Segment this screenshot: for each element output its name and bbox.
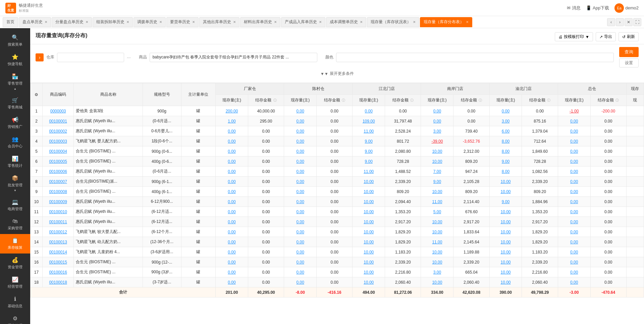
- cell-c5-qty[interactable]: 9.00: [489, 156, 522, 167]
- tab-close-active[interactable]: ✕: [466, 20, 469, 24]
- info-c5-icon[interactable]: ⓘ: [547, 98, 550, 102]
- cell-c5-qty[interactable]: 10.00: [489, 247, 522, 257]
- tab-9[interactable]: 成本调整单历史✕: [326, 17, 366, 27]
- cell-c4-qty[interactable]: 3.00: [421, 267, 453, 277]
- tab-close-10[interactable]: ✕: [413, 20, 416, 24]
- cell-c4-qty[interactable]: 0.00: [421, 116, 453, 126]
- sidebar-item-members[interactable]: 👥 会员中心: [0, 133, 30, 152]
- info-c3-icon[interactable]: ⓘ: [410, 98, 414, 102]
- query-btn[interactable]: 查询: [619, 47, 639, 57]
- cell-c5-qty[interactable]: 8.00: [489, 146, 522, 156]
- cell-c3-qty[interactable]: 10.00: [353, 187, 385, 197]
- tab-2[interactable]: 分量盘点单历史✕: [52, 17, 92, 27]
- cell-c4-qty[interactable]: -39.00: [421, 136, 453, 146]
- export-btn[interactable]: ↗ 导出: [596, 32, 616, 41]
- cell-c1-qty[interactable]: 0.00: [216, 217, 248, 227]
- tab-5[interactable]: 要货单历史✕: [166, 17, 199, 27]
- cell-tot-qty[interactable]: 0.00: [558, 197, 590, 207]
- tab-close-2[interactable]: ✕: [86, 20, 88, 24]
- cell-code[interactable]: 00100014: [43, 247, 74, 257]
- cell-c1-qty[interactable]: 0.00: [216, 207, 248, 217]
- cell-c1-qty[interactable]: 0.00: [216, 167, 248, 177]
- cell-c2-qty[interactable]: 0.00: [284, 116, 317, 126]
- sidebar-item-operations[interactable]: 📈 经营管理: [0, 273, 30, 292]
- cell-code[interactable]: 00100003: [43, 136, 74, 146]
- tab-7[interactable]: 材料出库单历史✕: [240, 17, 280, 27]
- tab-close-3[interactable]: ✕: [126, 20, 129, 24]
- cell-c5-qty[interactable]: 0.00: [489, 106, 522, 116]
- cell-c5-qty[interactable]: 10.00: [489, 227, 522, 237]
- sidebar-item-purchase[interactable]: 🛍 采购管理: [0, 215, 30, 234]
- cell-code[interactable]: 00100016: [43, 267, 74, 277]
- cell-c4-qty[interactable]: 10.00: [421, 187, 453, 197]
- sidebar-item-retail-stats[interactable]: 📊 零售统计: [0, 152, 30, 172]
- cell-c5-qty[interactable]: 10.00: [489, 177, 522, 187]
- cell-tot-qty[interactable]: 0.00: [558, 207, 590, 217]
- info-c4-icon[interactable]: ⓘ: [479, 98, 482, 102]
- warehouse-input[interactable]: [57, 53, 124, 62]
- cell-tot-qty[interactable]: 0.00: [558, 227, 590, 237]
- cell-c1-qty[interactable]: 0.00: [216, 197, 248, 207]
- cell-code[interactable]: 00100001: [43, 116, 74, 126]
- th-settings[interactable]: ⚙: [31, 83, 43, 106]
- tab-active[interactable]: 现存量（库存分布表）✕: [420, 17, 472, 27]
- cell-c1-qty[interactable]: 0.00: [216, 277, 248, 287]
- sidebar-item-system[interactable]: ⚙ 系统管理: [0, 312, 30, 324]
- cell-c5-qty[interactable]: 10.00: [489, 187, 522, 197]
- cell-c3-qty[interactable]: 10.00: [353, 207, 385, 217]
- cell-c3-qty[interactable]: 10.00: [353, 257, 385, 267]
- cell-c2-qty[interactable]: 0.00: [284, 106, 317, 116]
- cell-c4-qty[interactable]: 10.00: [421, 277, 453, 287]
- print-btn[interactable]: 🖨 按模板打印 ▼: [555, 32, 593, 41]
- cell-c2-qty[interactable]: 0.00: [284, 126, 317, 136]
- cell-c2-qty[interactable]: 0.00: [284, 197, 317, 207]
- cell-c3-qty[interactable]: 10.00: [353, 247, 385, 257]
- table-container[interactable]: ⚙ 商品编码 商品名称 规格型号 主计量单位 厂家仓 陈村仓 江北门店 南岸门店…: [30, 83, 644, 324]
- cell-code[interactable]: 00100009: [43, 197, 74, 207]
- cell-c3-qty[interactable]: 9.00: [353, 136, 385, 146]
- color-input[interactable]: [336, 53, 614, 62]
- cell-c3-qty[interactable]: 9.00: [353, 156, 385, 167]
- cell-c5-qty[interactable]: 3.00: [489, 116, 522, 126]
- warehouse-dots[interactable]: ···: [127, 55, 131, 60]
- sidebar-item-search[interactable]: 🔍 搜索英单: [0, 31, 30, 50]
- cell-c5-qty[interactable]: 8.00: [489, 167, 522, 177]
- tab-fullscreen-btn[interactable]: ⛶: [633, 18, 641, 26]
- cell-c3-qty[interactable]: 11.00: [353, 126, 385, 136]
- cell-code[interactable]: 00100004: [43, 146, 74, 156]
- cell-code[interactable]: 00100013: [43, 237, 74, 247]
- sidebar-item-retail-mall[interactable]: 🛒 零售商城: [0, 94, 30, 113]
- expand-conditions-btn[interactable]: ▼▼ 展开更多条件: [320, 70, 354, 78]
- cell-code[interactable]: 00100010: [43, 207, 74, 217]
- cell-c1-qty[interactable]: 0.00: [216, 267, 248, 277]
- cell-c2-qty[interactable]: 0.00: [284, 257, 317, 267]
- sidebar-item-marketing[interactable]: 📢 营销推广: [0, 113, 30, 133]
- info-c1-icon[interactable]: ⓘ: [273, 98, 277, 102]
- cell-tot-qty[interactable]: 0.00: [558, 156, 590, 167]
- sidebar-item-ecommerce[interactable]: 💻 电商管理: [0, 195, 30, 215]
- cell-c3-qty[interactable]: 10.00: [353, 277, 385, 287]
- tab-close-5[interactable]: ✕: [192, 20, 195, 24]
- cell-c2-qty[interactable]: 0.00: [284, 136, 317, 146]
- tab-close-all-btn[interactable]: ✕: [625, 18, 633, 26]
- cell-c4-qty[interactable]: 0.00: [421, 106, 453, 116]
- cell-c4-qty[interactable]: 10.00: [421, 156, 453, 167]
- cell-c1-qty[interactable]: 0.00: [216, 227, 248, 237]
- cell-tot-qty[interactable]: 0.00: [558, 177, 590, 187]
- cell-c5-qty[interactable]: 10.00: [489, 217, 522, 227]
- tab-close-1[interactable]: ✕: [45, 20, 47, 24]
- cell-code[interactable]: 00100012: [43, 227, 74, 237]
- cell-tot-qty[interactable]: -1.00: [558, 106, 590, 116]
- cell-c3-qty[interactable]: 10.00: [353, 197, 385, 207]
- cell-tot-qty[interactable]: 0.00: [558, 257, 590, 267]
- cell-c4-qty[interactable]: 10.00: [421, 247, 453, 257]
- cell-c3-qty[interactable]: 9.00: [353, 146, 385, 156]
- tab-6[interactable]: 其他出库单历史✕: [199, 17, 239, 27]
- cell-c5-qty[interactable]: 9.00: [489, 197, 522, 207]
- cell-code[interactable]: 0000003: [43, 106, 74, 116]
- cell-tot-qty[interactable]: 0.00: [558, 277, 590, 287]
- cell-c3-qty[interactable]: 10.00: [353, 267, 385, 277]
- cell-c5-qty[interactable]: 8.00: [489, 136, 522, 146]
- collapse-btn[interactable]: ›: [36, 53, 44, 61]
- tab-close-7[interactable]: ✕: [274, 20, 277, 24]
